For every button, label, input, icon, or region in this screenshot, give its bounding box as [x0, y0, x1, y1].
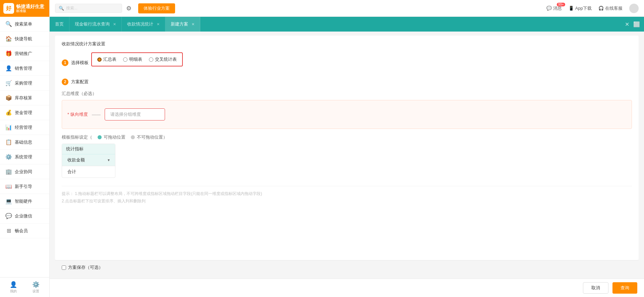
tab-bar: 首页现金银行流水查询✕收款情况统计✕新建方案✕ ✕ ⬜: [50, 17, 644, 32]
operations-icon: 📊: [5, 124, 12, 131]
step2-section: 2 方案配置 汇总维度（必选） 纵向维度 —— 请选择分组维度: [62, 79, 632, 209]
tab-bar-right: ✕ ⬜: [625, 21, 644, 28]
tab-close-new-plan[interactable]: ✕: [192, 22, 195, 27]
sidebar-label-purchase: 采购管理: [15, 80, 32, 86]
sidebar-settings-btn[interactable]: ⚙️ 设置: [26, 281, 46, 294]
quick-nav-icon: 🏠: [5, 36, 12, 42]
sidebar-label-inventory: 库存核算: [15, 95, 32, 101]
settings-icon: ⚙️: [32, 281, 40, 288]
drag-dot-icon: [98, 135, 102, 139]
cancel-button[interactable]: 取消: [583, 282, 608, 294]
sidebar-item-basic-info[interactable]: 📋 基础信息: [0, 135, 49, 150]
sidebar-item-inventory[interactable]: 📦 库存核算: [0, 91, 49, 105]
metrics-table-title: 统计指标: [62, 144, 115, 154]
sidebar-item-marketing[interactable]: 🎁 营销推广: [0, 46, 49, 61]
support-btn[interactable]: 🎧 在线客服: [598, 5, 623, 11]
system-icon: ⚙️: [5, 154, 12, 160]
tab-close-receivable-stats[interactable]: ✕: [157, 22, 160, 27]
message-btn[interactable]: 💬 消息 99+: [546, 5, 562, 11]
tab-label-home: 首页: [55, 21, 64, 27]
sidebar-item-enterprise[interactable]: 🏢 企业协同: [0, 164, 49, 179]
help-icon: 👤: [10, 281, 17, 288]
radio-group: 汇总表 明细表 交叉统计表: [97, 56, 177, 62]
dimension-select[interactable]: 请选择分组维度: [105, 108, 165, 120]
sidebar-item-member[interactable]: ⊞ 畅会员: [0, 224, 49, 238]
tips-section: 提示： 1.拖动标题栏可以调整布局，不可跨维度或指标区域拖动栏目字段(只能在同一…: [62, 186, 632, 209]
chevron-down-icon[interactable]: ▾: [108, 158, 110, 162]
tab-label-receivable-stats: 收款情况统计: [127, 21, 153, 27]
sidebar-bottom: 👤 我的 ⚙️ 设置: [0, 277, 49, 297]
summary-dimension-label: 汇总维度（必选）: [62, 91, 632, 97]
top-header: 🔍 搜索... ⚙ 体验行业方案 💬 消息 99+ 📱 App下载 🎧 在线客服: [50, 0, 644, 17]
sidebar-help-btn[interactable]: 👤 我的: [3, 281, 23, 294]
sidebar-item-system[interactable]: ⚙️ 系统管理: [0, 150, 49, 164]
sidebar-label-enterprise: 企业协同: [15, 169, 32, 175]
sidebar-item-quick-nav[interactable]: 🏠 快捷导航: [0, 32, 49, 46]
wechat-icon: 💬: [5, 213, 12, 219]
search-bar[interactable]: 🔍 搜索...: [55, 4, 122, 13]
tab-close-bank-flow[interactable]: ✕: [113, 22, 116, 27]
template-selector: 汇总表 明细表 交叉统计表: [91, 52, 183, 66]
sidebar-label-finance: 资金管理: [15, 110, 32, 116]
main-area: 🔍 搜索... ⚙ 体验行业方案 💬 消息 99+ 📱 App下载 🎧 在线客服…: [50, 0, 644, 297]
radio-summary[interactable]: 汇总表: [97, 56, 116, 62]
step2-title: 方案配置: [71, 79, 89, 85]
step1-title: 选择模板: [71, 60, 89, 66]
content-card: 收款情况统计方案设置 1 选择模板 汇总表 明细表: [55, 36, 639, 260]
metrics-header: 模板指标设定（ 可拖动位置 不可拖动位置）: [62, 134, 632, 140]
sidebar-item-guide[interactable]: 📖 新手引导: [0, 179, 49, 194]
message-icon: 💬: [546, 6, 552, 11]
step2-header: 2 方案配置: [62, 79, 632, 85]
metrics-table: 统计指标 收款金额 ▾ 合计: [62, 144, 115, 178]
sidebar-item-sales[interactable]: 👤 销售管理: [0, 61, 49, 76]
radio-detail[interactable]: 明细表: [123, 56, 142, 62]
sidebar-logo: 好 畅捷通好生意 标准版: [0, 0, 49, 17]
tab-new-plan[interactable]: 新建方案✕: [165, 17, 200, 32]
logo-icon: 好: [3, 3, 14, 14]
sidebar-item-search-menu[interactable]: 🔍 搜索菜单: [0, 17, 49, 32]
sidebar-label-marketing: 营销推广: [15, 51, 32, 57]
marketing-icon: 🎁: [5, 50, 12, 57]
step1-header: 1 选择模板 汇总表 明细表 交叉统计表: [62, 52, 632, 73]
search-menu-icon: 🔍: [5, 21, 12, 27]
sidebar-label-member: 畅会员: [15, 228, 28, 234]
arrow-icon: ——: [92, 112, 101, 117]
basic-info-icon: 📋: [5, 139, 12, 145]
sidebar: 好 畅捷通好生意 标准版 🔍 搜索菜单 🏠 快捷导航 🎁 营销推广 👤 销售管理…: [0, 0, 50, 297]
footer-bar: 取消 查询: [50, 279, 644, 297]
smart-hw-icon: 💻: [5, 198, 12, 204]
sidebar-item-finance[interactable]: 💰 资金管理: [0, 105, 49, 120]
sidebar-item-purchase[interactable]: 🛒 采购管理: [0, 76, 49, 91]
save-checkbox-label[interactable]: 方案保存（可选）: [62, 264, 103, 270]
tab-label-bank-flow: 现金银行流水查询: [75, 21, 110, 27]
vertical-label: 纵向维度: [67, 111, 88, 117]
trial-button[interactable]: 体验行业方案: [138, 3, 175, 13]
radio-crosstab[interactable]: 交叉统计表: [149, 56, 177, 62]
gear-icon[interactable]: ⚙: [126, 5, 131, 12]
save-section: 方案保存（可选）: [55, 260, 639, 275]
dimension-area: 纵向维度 —— 请选择分组维度: [62, 100, 632, 129]
tab-bank-flow[interactable]: 现金银行流水查询✕: [69, 17, 122, 32]
close-window-icon[interactable]: ✕: [625, 21, 629, 28]
tip-line-1: 提示： 1.拖动标题栏可以调整布局，不可跨维度或指标区域拖动栏目字段(只能在同一…: [62, 190, 632, 198]
maximize-icon[interactable]: ⬜: [633, 21, 640, 28]
tab-home[interactable]: 首页: [50, 17, 69, 32]
logo-text: 畅捷通好生意 标准版: [16, 4, 44, 13]
query-button[interactable]: 查询: [612, 282, 637, 294]
step2-number: 2: [62, 79, 68, 85]
metrics-section: 模板指标设定（ 可拖动位置 不可拖动位置） 统计指标 收: [62, 134, 632, 178]
finance-icon: 💰: [5, 109, 12, 116]
sidebar-item-smart-hw[interactable]: 💻 智能硬件: [0, 194, 49, 209]
avatar[interactable]: [629, 4, 639, 13]
sidebar-label-guide: 新手引导: [15, 184, 32, 190]
sidebar-item-operations[interactable]: 📊 经营管理: [0, 120, 49, 135]
download-btn[interactable]: 📱 App下载: [569, 5, 592, 11]
sidebar-item-wechat[interactable]: 💬 企业微信: [0, 209, 49, 224]
tab-receivable-stats[interactable]: 收款情况统计✕: [122, 17, 165, 32]
metrics-table-header[interactable]: 收款金额 ▾: [62, 154, 115, 166]
no-drag-dot-icon: [131, 135, 135, 139]
sidebar-label-system: 系统管理: [15, 154, 32, 160]
search-icon: 🔍: [59, 6, 64, 11]
tip-line-2: 2.点击标题栏下拉可设置排序、插入列和删除列: [62, 198, 632, 205]
save-checkbox[interactable]: [62, 265, 66, 270]
